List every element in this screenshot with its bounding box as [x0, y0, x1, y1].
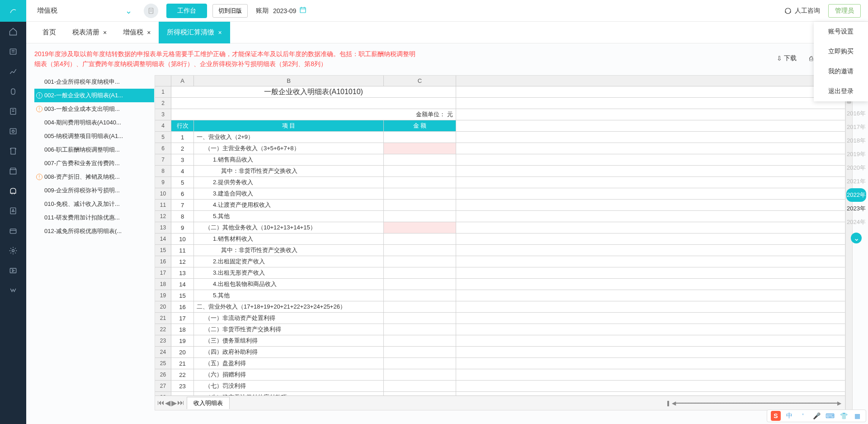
seq-cell[interactable]: 5: [171, 177, 194, 188]
seq-cell[interactable]: 14: [171, 279, 194, 290]
row-number[interactable]: 20: [155, 301, 171, 312]
amount-cell[interactable]: [384, 324, 456, 335]
item-cell[interactable]: （五）盘盈利得: [194, 358, 384, 369]
close-icon[interactable]: ×: [103, 29, 107, 36]
ime-toolbox-icon[interactable]: ▦: [852, 411, 862, 421]
form-list-item[interactable]: 010-免税、减计收入及加计...: [34, 197, 154, 211]
row-number[interactable]: 25: [155, 358, 171, 369]
ime-sogou-icon[interactable]: S: [771, 411, 781, 421]
seq-cell[interactable]: 15: [171, 290, 194, 301]
column-header[interactable]: B: [194, 76, 384, 86]
year-item[interactable]: 2019年: [846, 148, 866, 161]
row-number[interactable]: 11: [155, 200, 171, 210]
column-header[interactable]: A: [171, 76, 194, 86]
ime-skin-icon[interactable]: 👕: [839, 411, 849, 421]
row-number[interactable]: 23: [155, 335, 171, 346]
form-list-item[interactable]: 007-广告费和业务宣传费跨...: [34, 157, 154, 170]
seq-cell[interactable]: 1: [171, 132, 194, 143]
close-icon[interactable]: ×: [147, 29, 151, 36]
amount-cell[interactable]: [384, 335, 456, 346]
tab[interactable]: 所得税汇算清缴×: [159, 22, 230, 43]
tab[interactable]: 首页: [34, 22, 64, 43]
admin-menu-item[interactable]: 立即购买: [814, 42, 868, 62]
amount-cell[interactable]: [384, 211, 456, 222]
year-item[interactable]: 2018年: [846, 134, 866, 148]
item-cell[interactable]: （二）非货币性资产交换利得: [194, 324, 384, 335]
header-item[interactable]: 项 目: [194, 120, 384, 131]
seq-cell[interactable]: 3: [171, 154, 194, 165]
ime-keyboard-icon[interactable]: ⌨: [825, 411, 835, 421]
admin-menu-item[interactable]: 退出登录: [814, 81, 868, 101]
year-item[interactable]: 2016年: [846, 107, 866, 120]
nav-vip[interactable]: [0, 281, 26, 300]
seq-cell[interactable]: 23: [171, 381, 194, 391]
item-cell[interactable]: （七）罚没利得: [194, 381, 384, 391]
nav-funds[interactable]: [0, 81, 26, 101]
next-sheet-icon[interactable]: ▶: [171, 399, 177, 407]
seq-cell[interactable]: 7: [171, 200, 194, 210]
period-value[interactable]: 2023-09: [273, 7, 296, 14]
year-item[interactable]: 2020年: [846, 161, 866, 175]
sheet-corner[interactable]: [155, 76, 171, 86]
nav-voucher[interactable]: [0, 42, 26, 62]
item-cell[interactable]: 其中：非货币性资产交换收入: [194, 166, 384, 176]
item-cell[interactable]: （四）政府补助利得: [194, 347, 384, 357]
amount-cell[interactable]: [384, 188, 456, 199]
row-number[interactable]: 10: [155, 188, 171, 199]
switch-old-button[interactable]: 切到旧版: [212, 4, 248, 18]
row-number[interactable]: 19: [155, 290, 171, 301]
amount-cell[interactable]: [384, 154, 456, 165]
row-number[interactable]: 13: [155, 222, 171, 233]
sheet-tab[interactable]: 收入明细表: [187, 397, 230, 409]
admin-button[interactable]: 管理员: [828, 4, 861, 18]
row-number[interactable]: 22: [155, 324, 171, 335]
row-number[interactable]: 5: [155, 132, 171, 143]
seq-cell[interactable]: 4: [171, 166, 194, 176]
item-cell[interactable]: 5.其他: [194, 211, 384, 222]
item-cell[interactable]: （八）确实无法偿付的应付款项: [194, 392, 384, 395]
amount-cell[interactable]: [384, 301, 456, 312]
item-cell[interactable]: （六）捐赠利得: [194, 369, 384, 380]
amount-cell[interactable]: [384, 222, 456, 233]
year-item[interactable]: 2022年: [846, 188, 866, 202]
ime-punct-icon[interactable]: ': [798, 411, 808, 421]
nav-ledger[interactable]: [0, 201, 26, 221]
row-number[interactable]: 26: [155, 369, 171, 380]
item-cell[interactable]: （一）主营业务收入（3+5+6+7+8）: [194, 143, 384, 154]
amount-cell[interactable]: [384, 166, 456, 176]
seq-cell[interactable]: 20: [171, 347, 194, 357]
item-cell[interactable]: 其中：非货币性资产交换收入: [194, 245, 384, 256]
item-cell[interactable]: 3.建造合同收入: [194, 188, 384, 199]
download-button[interactable]: ⇩下载: [777, 54, 797, 62]
header-amount[interactable]: 金 额: [384, 120, 456, 131]
row-number[interactable]: 27: [155, 381, 171, 391]
horizontal-scrollbar[interactable]: ❚ ◀━━━━━━━━━━━━━━━━━━━━━━━━━━━━━━━━━━━━━…: [230, 400, 845, 406]
item-cell[interactable]: （一）非流动资产处置利得: [194, 313, 384, 324]
seq-cell[interactable]: 12: [171, 256, 194, 267]
row-number[interactable]: 28: [155, 392, 171, 395]
column-header[interactable]: C: [384, 76, 456, 86]
amount-cell[interactable]: [384, 143, 456, 154]
item-cell[interactable]: 3.出租无形资产收入: [194, 267, 384, 278]
prev-sheet-icon[interactable]: ◀: [165, 399, 170, 407]
year-item[interactable]: 2017年: [846, 120, 866, 134]
seq-cell[interactable]: 9: [171, 222, 194, 233]
row-number[interactable]: 8: [155, 166, 171, 176]
amount-cell[interactable]: [384, 279, 456, 290]
form-list-item[interactable]: 006-职工薪酬纳税调整明细...: [34, 143, 154, 157]
seq-cell[interactable]: 11: [171, 245, 194, 256]
nav-settings[interactable]: [0, 241, 26, 261]
row-number[interactable]: 4: [155, 120, 171, 131]
seq-cell[interactable]: 2: [171, 143, 194, 154]
company-selector[interactable]: 增值税 ⌄: [33, 4, 136, 18]
amount-cell[interactable]: [384, 392, 456, 395]
tab[interactable]: 税表清册×: [64, 22, 115, 43]
form-list-item[interactable]: 004-期间费用明细表(A1040...: [34, 116, 154, 129]
row-number[interactable]: 9: [155, 177, 171, 188]
row-number[interactable]: 14: [155, 233, 171, 244]
seq-cell[interactable]: 19: [171, 335, 194, 346]
nav-invoice[interactable]: [0, 121, 26, 141]
amount-cell[interactable]: [384, 267, 456, 278]
amount-cell[interactable]: [384, 347, 456, 357]
admin-menu-item[interactable]: 我的邀请: [814, 62, 868, 81]
